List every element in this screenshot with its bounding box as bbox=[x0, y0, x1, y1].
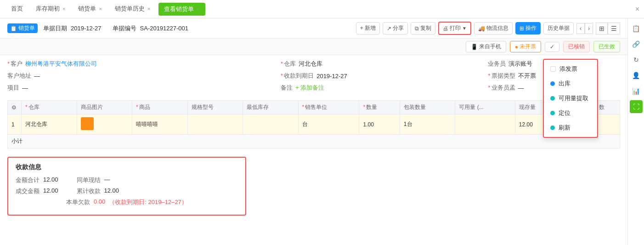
ticket-label: 票据类型 bbox=[488, 72, 515, 80]
min-stock-header: 最低库存 bbox=[243, 101, 299, 114]
row-qty: 1.00 bbox=[359, 114, 400, 135]
tab-view-sales[interactable]: 查看销货单 × bbox=[158, 3, 205, 16]
history-button[interactable]: 历史单据 bbox=[543, 22, 574, 34]
same-order-item: 同单现结 — bbox=[77, 176, 110, 184]
payment-info-row-2: 成交金额 12.00 累计收款 12.00 bbox=[16, 187, 238, 195]
form-row-1: 客户 柳州粤港平安气体有限公司 仓库 河北仓库 业务员 演示账号 bbox=[7, 60, 620, 68]
tab-sales[interactable]: 销货单 × bbox=[72, 0, 108, 18]
staff-label: 业务员 bbox=[488, 60, 506, 68]
note-label: 备注 bbox=[281, 84, 293, 92]
tab-sales-history-close[interactable]: × bbox=[147, 6, 150, 11]
print-button[interactable]: 🖨 打印 ▼ bbox=[438, 22, 471, 35]
sidebar-expand-icon[interactable]: ⛶ bbox=[630, 100, 643, 113]
payment-info-title: 收款信息 bbox=[16, 163, 238, 171]
customer-label: 客户 bbox=[7, 60, 23, 68]
list-view-button[interactable]: ☰ bbox=[608, 23, 620, 34]
form-row-2: 客户地址 — 收款到期日 2019-12-27 票据类型 不开票 bbox=[7, 72, 620, 80]
doc-type-label: 销货单 bbox=[18, 24, 35, 32]
pack-qty-header: 包装数量 bbox=[400, 101, 455, 114]
payment-info-row-3: 本单欠款 0.00 （收款到期日: 2019–12–27） bbox=[16, 198, 238, 206]
nav-arrows: ‹ › bbox=[576, 23, 593, 34]
prev-button[interactable]: ‹ bbox=[576, 23, 585, 34]
operate-button[interactable]: ⊞ 操作 bbox=[515, 22, 541, 34]
staff-value: 演示账号 bbox=[508, 60, 532, 68]
outbound-item[interactable]: 出库 bbox=[544, 76, 597, 91]
refresh-item[interactable]: 刷新 bbox=[544, 120, 597, 135]
table-row: 1 河北仓库 嘻嘻嘻嘻 台 1.00 1台 12.00 0. bbox=[8, 114, 620, 135]
due-note: （收款到期日: 2019–12–27） bbox=[109, 198, 187, 206]
new-button[interactable]: + 新增 bbox=[356, 22, 380, 34]
available-qty-item[interactable]: 可用量提取 bbox=[544, 91, 597, 106]
active-badge: 已生效 bbox=[593, 41, 620, 52]
trade-amount-value: 12.00 bbox=[43, 187, 58, 195]
outbound-dot bbox=[550, 81, 555, 86]
product-table: ⚙ 仓库 商品图片 商品 规格型号 最低库存 销售单位 数量 包装数量 可用量 … bbox=[7, 100, 620, 148]
sidebar-link-icon[interactable]: 🔗 bbox=[630, 38, 643, 51]
ticket-status-button[interactable]: ● 未开票 bbox=[510, 41, 541, 52]
tab-home[interactable]: 首页 bbox=[5, 0, 29, 18]
sidebar-chart-icon[interactable]: 📊 bbox=[630, 85, 643, 97]
image-header: 商品图片 bbox=[77, 101, 132, 114]
phone-button[interactable]: 📱 来自手机 bbox=[466, 41, 506, 52]
tab-view-sales-close[interactable]: × bbox=[197, 6, 199, 12]
row-num: 1 bbox=[8, 114, 22, 135]
product-header: 商品 bbox=[132, 101, 188, 114]
trade-amount-label: 成交金额 bbox=[16, 187, 40, 195]
doc-title-area: 📋 销货单 单据日期 2019-12-27 单据编号 SA-20191227-0… bbox=[7, 23, 356, 33]
main-content: 📋 🔗 ↻ 👤 📊 ⛶ 📋 销货单 单据日期 2019-12-27 单据编号 S… bbox=[0, 18, 644, 245]
date-label: 单据日期 bbox=[43, 24, 67, 33]
refresh-dot bbox=[550, 125, 555, 130]
warehouse-header: 仓库 bbox=[22, 101, 77, 114]
settings-header[interactable]: ⚙ bbox=[8, 101, 22, 114]
add-invoice-label: 添发票 bbox=[559, 65, 577, 73]
sidebar-doc-icon[interactable]: 📋 bbox=[630, 22, 643, 35]
customer-value[interactable]: 柳州粤港平安气体有限公司 bbox=[25, 60, 97, 68]
refresh-label: 刷新 bbox=[559, 124, 571, 132]
sub-toolbar: 📱 来自手机 ● 未开票 ✓ 已核销 已生效 bbox=[0, 39, 644, 55]
same-order-value: — bbox=[104, 176, 110, 184]
total-amount-value: 12.00 bbox=[43, 176, 58, 184]
available-header: 可用量 (... bbox=[455, 101, 515, 114]
locate-dot bbox=[550, 111, 555, 115]
logistics-button[interactable]: 🚚 物流信息 bbox=[474, 22, 513, 34]
window-close-button[interactable]: × bbox=[635, 5, 639, 13]
total-amount-label: 金额合计 bbox=[16, 176, 40, 184]
tab-sales-history[interactable]: 销货单历史 × bbox=[108, 0, 157, 18]
row-more bbox=[595, 114, 620, 135]
sidebar-user-icon[interactable]: 👤 bbox=[630, 69, 643, 82]
sidebar-refresh-icon[interactable]: ↻ bbox=[630, 53, 643, 66]
doc-header: 📋 销货单 单据日期 2019-12-27 单据编号 SA-20191227-0… bbox=[0, 18, 644, 39]
unit-header: 销售单位 bbox=[298, 101, 359, 114]
row-product: 嘻嘻嘻嘻 bbox=[132, 114, 188, 135]
locate-item[interactable]: 定位 bbox=[544, 106, 597, 120]
available-qty-dot bbox=[550, 96, 555, 101]
due-date-label: 收款到期日 bbox=[281, 72, 314, 80]
right-sidebar: 📋 🔗 ↻ 👤 📊 ⛶ bbox=[627, 18, 644, 245]
row-pack-qty: 1台 bbox=[400, 114, 455, 135]
next-button[interactable]: › bbox=[585, 23, 593, 34]
payment-info-row-1: 金额合计 12.00 同单现结 — bbox=[16, 176, 238, 184]
salesperson-value: — bbox=[518, 85, 524, 91]
tab-inventory-close[interactable]: × bbox=[62, 6, 65, 11]
warehouse-value: 河北仓库 bbox=[299, 60, 322, 68]
share-button[interactable]: ↗ 分享 bbox=[383, 22, 408, 34]
row-image bbox=[77, 114, 132, 135]
tab-inventory[interactable]: 库存期初 × bbox=[29, 0, 72, 18]
address-label: 客户地址 bbox=[7, 72, 31, 80]
due-item: 本单欠款 0.00 （收款到期日: 2019–12–27） bbox=[66, 198, 187, 206]
add-invoice-checkbox bbox=[550, 66, 556, 72]
grid-view-button[interactable]: ⊞ bbox=[596, 23, 608, 34]
operate-dropdown: 添发票 出库 可用量提取 定位 刷新 bbox=[543, 59, 598, 138]
cumulative-value: 12.00 bbox=[104, 187, 119, 195]
due-date-field: 收款到期日 2019-12-27 bbox=[281, 72, 479, 80]
add-invoice-item[interactable]: 添发票 bbox=[544, 62, 597, 76]
more-header: 数 bbox=[595, 101, 620, 114]
note-add[interactable]: + 添加备注 bbox=[295, 84, 324, 92]
tab-sales-close[interactable]: × bbox=[99, 6, 102, 11]
due-date-value: 2019-12-27 bbox=[316, 73, 347, 80]
confirm-button[interactable]: ✓ bbox=[545, 42, 559, 52]
number-value: SA-20191227-001 bbox=[140, 25, 189, 32]
warehouse-field: 仓库 河北仓库 bbox=[281, 60, 479, 68]
copy-button[interactable]: ⧉ 复制 bbox=[411, 22, 435, 34]
due-value: 0.00 bbox=[94, 198, 105, 206]
